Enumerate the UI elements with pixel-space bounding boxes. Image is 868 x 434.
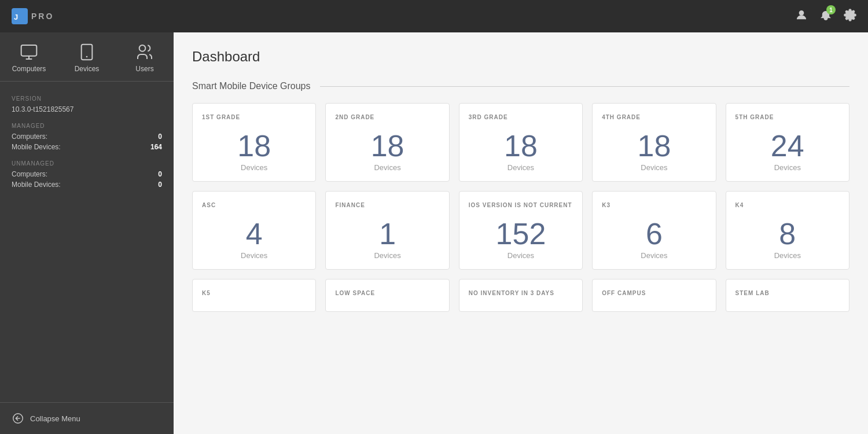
card-body: 6 Devices bbox=[602, 214, 706, 260]
managed-computers-label: Computers: bbox=[12, 133, 47, 141]
settings-icon-button[interactable] bbox=[844, 9, 856, 24]
svg-point-2 bbox=[799, 11, 803, 15]
card-0-3[interactable]: 4TH GRADE 18 Devices bbox=[592, 103, 716, 182]
card-label: NO INVENTORY IN 3 DAYS bbox=[469, 290, 573, 296]
card-sub: Devices bbox=[374, 163, 400, 172]
card-label: FINANCE bbox=[335, 202, 439, 208]
card-count: 18 bbox=[637, 131, 671, 161]
card-count: 4 bbox=[246, 219, 263, 249]
card-label: K3 bbox=[602, 202, 706, 208]
card-1-2[interactable]: IOS VERSION IS NOT CURRENT 152 Devices bbox=[459, 191, 583, 270]
card-body: 18 Devices bbox=[602, 126, 706, 172]
card-sub: Devices bbox=[241, 163, 267, 172]
card-sub: Devices bbox=[641, 163, 667, 172]
section-title: Smart Mobile Device Groups bbox=[192, 81, 311, 91]
svg-rect-7 bbox=[82, 45, 93, 60]
card-sub: Devices bbox=[241, 251, 267, 260]
sidebar-item-users[interactable]: Users bbox=[116, 32, 174, 81]
card-count: 6 bbox=[646, 219, 663, 249]
card-sub: Devices bbox=[507, 251, 534, 260]
card-0-1[interactable]: 2ND GRADE 18 Devices bbox=[325, 103, 449, 182]
card-1-3[interactable]: K3 6 Devices bbox=[592, 191, 716, 270]
card-sub: Devices bbox=[507, 163, 534, 172]
card-label: K5 bbox=[202, 290, 306, 296]
logo: J PRO bbox=[12, 8, 54, 24]
managed-section: MANAGED Computers: 0 Mobile Devices: 164 bbox=[12, 123, 162, 151]
card-body: 8 Devices bbox=[735, 214, 840, 260]
card-body: 152 Devices bbox=[469, 214, 573, 260]
topbar-actions: 1 bbox=[795, 9, 856, 24]
managed-label: MANAGED bbox=[12, 123, 162, 129]
unmanaged-computers-value: 0 bbox=[158, 170, 162, 178]
unmanaged-section: UNMANAGED Computers: 0 Mobile Devices: 0 bbox=[12, 160, 162, 189]
page-title: Dashboard bbox=[192, 49, 849, 65]
card-0-4[interactable]: 5TH GRADE 24 Devices bbox=[726, 103, 849, 182]
card-label: 2ND GRADE bbox=[335, 114, 439, 120]
unmanaged-computers-label: Computers: bbox=[12, 170, 47, 178]
logo-pro-label: PRO bbox=[31, 12, 54, 21]
topbar: J PRO 1 bbox=[0, 0, 868, 32]
card-2-2[interactable]: NO INVENTORY IN 3 DAYS bbox=[459, 279, 583, 312]
user-icon-button[interactable] bbox=[795, 9, 808, 24]
card-count: 24 bbox=[771, 131, 804, 161]
sidebar-item-users-label: Users bbox=[135, 65, 153, 73]
card-count: 18 bbox=[237, 131, 271, 161]
card-2-0[interactable]: K5 bbox=[192, 279, 316, 312]
jamf-logo-icon: J bbox=[12, 8, 28, 24]
card-count: 18 bbox=[504, 131, 538, 161]
card-label: OFF CAMPUS bbox=[602, 290, 706, 296]
card-1-4[interactable]: K4 8 Devices bbox=[726, 191, 849, 270]
unmanaged-computers-row: Computers: 0 bbox=[12, 170, 162, 178]
unmanaged-mobile-row: Mobile Devices: 0 bbox=[12, 181, 162, 189]
card-body: 24 Devices bbox=[735, 126, 840, 172]
collapse-menu-label: Collapse Menu bbox=[30, 414, 80, 423]
version-label: VERSION bbox=[12, 95, 162, 102]
card-body: 4 Devices bbox=[202, 214, 306, 260]
card-1-1[interactable]: FINANCE 1 Devices bbox=[325, 191, 449, 270]
card-label: 3RD GRADE bbox=[469, 114, 573, 120]
managed-computers-row: Computers: 0 bbox=[12, 133, 162, 141]
sidebar-item-computers-label: Computers bbox=[12, 65, 46, 73]
content-area: Dashboard Smart Mobile Device Groups 1ST… bbox=[174, 32, 868, 434]
svg-text:J: J bbox=[14, 13, 18, 21]
card-count: 1 bbox=[379, 219, 396, 249]
card-body: 18 Devices bbox=[202, 126, 306, 172]
card-label: 5TH GRADE bbox=[735, 114, 840, 120]
card-body: 18 Devices bbox=[469, 126, 573, 172]
unmanaged-label: UNMANAGED bbox=[12, 160, 162, 167]
cards-row-0: 1ST GRADE 18 Devices 2ND GRADE 18 Device… bbox=[192, 103, 849, 182]
unmanaged-mobile-label: Mobile Devices: bbox=[12, 181, 61, 189]
notification-badge: 1 bbox=[826, 5, 836, 14]
managed-computers-value: 0 bbox=[158, 133, 162, 141]
card-2-1[interactable]: LOW SPACE bbox=[325, 279, 449, 312]
card-count: 8 bbox=[779, 219, 796, 249]
sidebar-info: VERSION 10.3.0-t1521825567 MANAGED Compu… bbox=[0, 82, 174, 402]
section-header: Smart Mobile Device Groups bbox=[192, 81, 849, 91]
card-label: ASC bbox=[202, 202, 306, 208]
card-label: LOW SPACE bbox=[335, 290, 439, 296]
card-sub: Devices bbox=[374, 251, 400, 260]
sidebar: Computers Devices Users bbox=[0, 32, 174, 434]
card-sub: Devices bbox=[774, 251, 801, 260]
managed-mobile-value: 164 bbox=[150, 143, 162, 151]
unmanaged-mobile-value: 0 bbox=[158, 181, 162, 189]
sidebar-item-computers[interactable]: Computers bbox=[0, 32, 58, 81]
card-2-3[interactable]: OFF CAMPUS bbox=[592, 279, 716, 312]
card-count: 18 bbox=[371, 131, 404, 161]
card-label: K4 bbox=[735, 202, 840, 208]
cards-row-2: K5 LOW SPACE NO INVENTORY IN 3 DAYS bbox=[192, 279, 849, 312]
card-0-2[interactable]: 3RD GRADE 18 Devices bbox=[459, 103, 583, 182]
sidebar-item-devices[interactable]: Devices bbox=[58, 32, 116, 81]
card-sub: Devices bbox=[774, 163, 801, 172]
card-2-4[interactable]: STEM LAB bbox=[726, 279, 849, 312]
section-divider bbox=[320, 86, 849, 87]
card-1-0[interactable]: ASC 4 Devices bbox=[192, 191, 316, 270]
notifications-icon-button[interactable]: 1 bbox=[819, 9, 832, 24]
card-body: 18 Devices bbox=[335, 126, 439, 172]
collapse-menu-button[interactable]: Collapse Menu bbox=[0, 402, 174, 434]
svg-rect-4 bbox=[21, 45, 37, 56]
card-0-0[interactable]: 1ST GRADE 18 Devices bbox=[192, 103, 316, 182]
version-section: VERSION 10.3.0-t1521825567 bbox=[12, 95, 162, 113]
version-value: 10.3.0-t1521825567 bbox=[12, 105, 162, 113]
svg-point-9 bbox=[139, 45, 146, 52]
